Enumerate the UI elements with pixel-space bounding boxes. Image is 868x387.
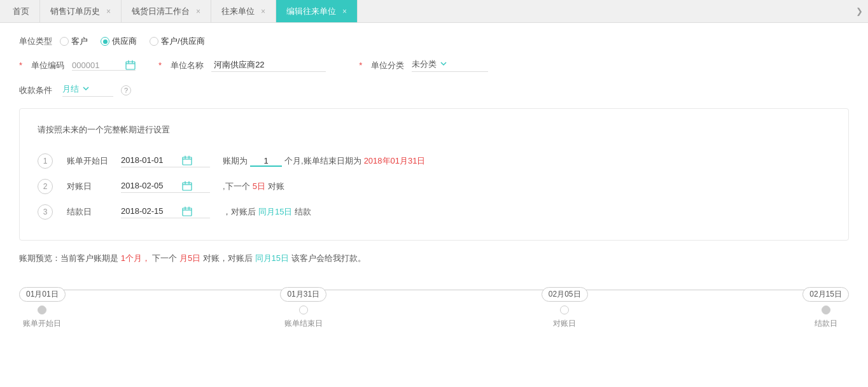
timeline-dot-0 xyxy=(38,306,46,314)
timeline-node-3: 02月15日 结款日 xyxy=(802,287,849,329)
unit-category-select[interactable]: 未分类 xyxy=(412,59,488,72)
code-required: * xyxy=(19,60,22,70)
timeline-nodes: 01月01日 账单开始日 01月31日 账单结束日 02月05日 对账日 02月… xyxy=(19,287,849,329)
timeline-sublabel-1: 账单结束日 xyxy=(284,318,323,329)
step-2-desc: ,下一个 5日 对账 xyxy=(223,181,824,192)
svg-rect-0 xyxy=(126,62,135,69)
step-2-cal-icon[interactable] xyxy=(182,181,192,191)
preview-payment-post: 该客户会给我打款。 xyxy=(291,253,366,263)
payment-help-icon[interactable]: ? xyxy=(121,85,131,95)
tab-home-label: 首页 xyxy=(13,6,29,17)
unit-name-input[interactable] xyxy=(211,59,326,72)
tab-edit-partner-label: 编辑往来单位 xyxy=(286,6,336,17)
tab-sales-history[interactable]: 销售订单历史 × xyxy=(40,0,122,22)
preview-reconcile-post: 对账，对账后 xyxy=(203,253,253,263)
step-1-period-input[interactable] xyxy=(250,156,282,167)
step-2-desc-post: 对账 xyxy=(268,181,284,192)
svg-rect-2 xyxy=(183,183,192,190)
tabs-scroll-arrow[interactable]: ❯ xyxy=(851,0,868,22)
steps-table: 1 账单开始日 xyxy=(38,148,830,225)
timeline-sublabel-3: 结款日 xyxy=(815,318,837,329)
preview-reconcile-pre: 下一个 xyxy=(152,253,177,263)
step-2-row: 2 对账日 xyxy=(38,174,830,199)
step-3-desc: ，对账后 同月15日 结款 xyxy=(223,206,824,218)
step-1-num: 1 xyxy=(38,153,53,169)
payment-row: 收款条件 月结 ? xyxy=(19,83,849,97)
timeline-sublabel-2: 对账日 xyxy=(553,318,576,329)
timeline-sublabel-0: 账单开始日 xyxy=(23,318,61,329)
preview-reconcile-highlight: 月5日 xyxy=(179,253,200,263)
unit-name-label: 单位名称 xyxy=(171,60,204,71)
step-1-row: 1 账单开始日 xyxy=(38,148,830,174)
step-1-cal-icon[interactable] xyxy=(182,155,192,165)
step-3-desc-post: 结款 xyxy=(295,206,311,218)
radio-supplier[interactable]: 供应商 xyxy=(101,36,137,47)
tab-cash-work-label: 钱货日清工作台 xyxy=(132,6,190,17)
step-3-cal-icon[interactable] xyxy=(182,206,192,216)
radio-customer-circle xyxy=(60,37,69,46)
unit-info-row: * 单位编码 * 单位名称 * 单位分类 未分类 xyxy=(19,59,849,72)
unit-code-icon[interactable] xyxy=(125,60,136,70)
name-required: * xyxy=(158,60,162,70)
step-1-end-date: 2018年01月31日 xyxy=(364,155,426,167)
unit-code-label: 单位编码 xyxy=(31,60,64,71)
payment-chevron-icon xyxy=(81,84,90,94)
tab-cash-work-close[interactable]: × xyxy=(196,7,200,16)
timeline-dot-1 xyxy=(299,306,308,314)
radio-supplier-circle xyxy=(101,37,109,46)
step-2-label: 对账日 xyxy=(67,181,92,191)
timeline-node-0: 01月01日 账单开始日 xyxy=(19,287,66,329)
card-title: 请按照未来的一个完整帐期进行设置 xyxy=(38,124,830,136)
step-2-date-field[interactable] xyxy=(121,181,210,193)
tab-cash-work[interactable]: 钱货日清工作台 × xyxy=(122,0,211,22)
tab-sales-history-close[interactable]: × xyxy=(106,7,111,16)
unit-category-label: 单位分类 xyxy=(371,60,404,71)
timeline-node-2: 02月05日 对账日 xyxy=(542,287,588,329)
step-3-num: 3 xyxy=(38,204,53,220)
timeline-node-1: 01月31日 账单结束日 xyxy=(280,287,326,329)
tab-edit-partner[interactable]: 编辑往来单位 × xyxy=(276,0,358,22)
radio-both[interactable]: 客户/供应商 xyxy=(150,36,205,47)
unit-type-label: 单位类型 xyxy=(19,36,52,47)
timeline-badge-2: 02月05日 xyxy=(542,287,588,302)
step-1-desc: 账期为 个月,账单结束日期为 2018年01月31日 xyxy=(223,155,824,167)
step-2-num: 2 xyxy=(38,179,53,194)
tab-home[interactable]: 首页 xyxy=(0,0,40,22)
unit-code-input[interactable] xyxy=(72,60,123,70)
timeline-badge-0: 01月01日 xyxy=(19,287,66,302)
timeline: 01月01日 账单开始日 01月31日 账单结束日 02月05日 对账日 02月… xyxy=(19,281,849,329)
payment-select[interactable]: 月结 xyxy=(62,83,113,97)
category-required: * xyxy=(359,60,362,70)
step-3-desc-pre: ，对账后 xyxy=(223,206,256,218)
radio-customer[interactable]: 客户 xyxy=(60,36,88,47)
step-3-date-field[interactable] xyxy=(121,206,210,218)
step-1-date-field[interactable] xyxy=(121,155,210,167)
timeline-badge-3: 02月15日 xyxy=(802,287,849,302)
timeline-dot-3 xyxy=(822,306,830,314)
preview-period: 1个月， xyxy=(121,253,150,263)
step-2-desc-pre: ,下一个 xyxy=(223,181,250,192)
payment-label: 收款条件 xyxy=(19,85,52,96)
tab-partner[interactable]: 往来单位 × xyxy=(211,0,276,22)
tab-edit-partner-close[interactable]: × xyxy=(342,7,347,16)
step-3-date-input[interactable] xyxy=(121,206,178,216)
tab-partner-close[interactable]: × xyxy=(261,7,265,16)
step-3-highlight: 同月15日 xyxy=(258,206,292,218)
radio-both-label: 客户/供应商 xyxy=(161,36,205,47)
unit-type-radio-group: 客户 供应商 客户/供应商 xyxy=(60,36,205,47)
svg-rect-3 xyxy=(183,208,192,216)
step-1-label: 账单开始日 xyxy=(67,156,108,165)
unit-code-field[interactable] xyxy=(72,60,136,71)
step-2-date-input[interactable] xyxy=(121,181,178,190)
radio-supplier-label: 供应商 xyxy=(112,36,137,47)
tabs-bar: 首页 销售订单历史 × 钱货日清工作台 × 往来单位 × 编辑往来单位 × ❯ xyxy=(0,0,868,23)
unit-type-row: 单位类型 客户 供应商 客户/供应商 xyxy=(19,36,849,47)
step-3-row: 3 结款日 xyxy=(38,199,830,225)
payment-value: 月结 xyxy=(62,83,79,95)
settings-card: 请按照未来的一个完整帐期进行设置 1 账单开始日 xyxy=(19,108,849,241)
step-1-desc-mid: 个月,账单结束日期为 xyxy=(284,155,361,167)
step-1-date-input[interactable] xyxy=(121,155,178,165)
radio-customer-label: 客户 xyxy=(71,36,88,47)
unit-category-value: 未分类 xyxy=(412,59,437,70)
timeline-dot-2 xyxy=(560,306,569,314)
